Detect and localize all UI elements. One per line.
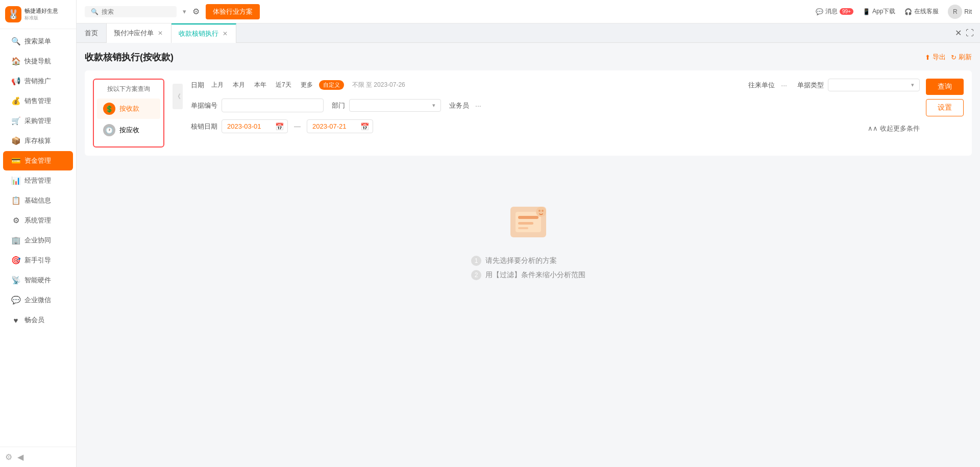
- close-all-button[interactable]: ✕: [955, 28, 962, 38]
- collapse-panel-button[interactable]: 《: [173, 84, 183, 109]
- tabbar: 首页 预付冲应付单 ✕ 收款核销执行 ✕ ✕ ⛶: [77, 23, 980, 43]
- filter-action-buttons: 查询 设置: [926, 79, 964, 148]
- sidebar-item-member[interactable]: ♥ 畅会员: [3, 310, 73, 330]
- date-this-year[interactable]: 本年: [251, 80, 270, 90]
- date-last-month[interactable]: 上月: [208, 80, 227, 90]
- online-service-button[interactable]: 🎧 在线客服: [904, 7, 939, 16]
- sidebar-item-wechat[interactable]: 💬 企业微信: [3, 290, 73, 310]
- tab-receipt-writeoff[interactable]: 收款核销执行 ✕: [172, 23, 236, 43]
- sidebar-menu: 🔍 搜索菜单 🏠 快捷导航 📢 营销推广 💰 销售管理 🛒 采购管理 📦 库存核…: [0, 29, 76, 447]
- settings-icon[interactable]: ⚙: [5, 452, 12, 462]
- content-area: 收款核销执行(按收款) ⬆ 导出 ↻ 刷新 按以下方案查询 💲 按收款: [77, 43, 980, 467]
- doc-no-field: 单据编号: [191, 99, 324, 112]
- system-icon: ⚙: [11, 216, 20, 225]
- receivable-icon: 🕐: [103, 124, 115, 136]
- tab-prepay-close[interactable]: ✕: [157, 22, 164, 44]
- expand-button[interactable]: ⛶: [966, 29, 974, 38]
- gear-icon[interactable]: ⚙: [192, 7, 200, 16]
- tab-prepay[interactable]: 预付冲应付单 ✕: [107, 23, 172, 43]
- page-title: 收款核销执行(按收款): [85, 51, 174, 63]
- dept-select[interactable]: ▾: [349, 99, 441, 112]
- app-badge: 标准版: [24, 15, 58, 21]
- counterparty-dots[interactable]: ···: [779, 81, 789, 89]
- date-range-divider: —: [292, 122, 303, 130]
- doc-type-select[interactable]: ▾: [828, 79, 920, 91]
- guide-icon: 🎯: [11, 256, 20, 265]
- operation-icon: 📊: [11, 176, 20, 185]
- tabbar-actions: ✕ ⛶: [955, 28, 980, 38]
- query-button[interactable]: 查询: [926, 79, 964, 95]
- topbar: 🔍 ▾ ⚙ 体验行业方案 💬 消息 99+ 📱 App下载 🎧 在线客服 R R…: [77, 0, 980, 23]
- empty-illustration: [498, 196, 559, 248]
- app-download-button[interactable]: 📱 App下载: [863, 7, 895, 16]
- sales-icon: 💰: [11, 96, 20, 106]
- calendar-start-icon[interactable]: 📅: [275, 122, 284, 131]
- message-icon: 💬: [816, 8, 823, 15]
- main-area: 🔍 ▾ ⚙ 体验行业方案 💬 消息 99+ 📱 App下载 🎧 在线客服 R R…: [77, 0, 980, 467]
- refresh-button[interactable]: ↻ 刷新: [951, 53, 972, 62]
- sidebar-bottom: ⚙ ◀: [0, 447, 76, 467]
- sidebar-item-basic[interactable]: 📋 基础信息: [3, 191, 73, 210]
- doc-type-label: 单据类型: [797, 81, 824, 90]
- filter-form: 日期 上月 本月 本年 近7天 更多 自定义 不限 至 2023-07-26: [191, 79, 920, 148]
- sidebar-item-finance[interactable]: 💳 资金管理: [3, 151, 73, 170]
- member-icon: ♥: [11, 316, 20, 325]
- tab-receipt-writeoff-close[interactable]: ✕: [222, 23, 229, 44]
- user-area[interactable]: R Rit: [948, 5, 972, 19]
- svg-point-5: [536, 207, 546, 217]
- tab-home[interactable]: 首页: [77, 23, 107, 43]
- collapse-more-button[interactable]: ∧∧ 收起更多条件: [868, 124, 920, 133]
- industry-solution-button[interactable]: 体验行业方案: [206, 4, 260, 19]
- wechat-icon: 💬: [11, 296, 20, 305]
- refresh-icon: ↻: [951, 54, 957, 61]
- sidebar-item-marketing[interactable]: 📢 营销推广: [3, 71, 73, 91]
- hint-num-2: 2: [471, 270, 481, 280]
- message-button[interactable]: 💬 消息 99+: [816, 7, 853, 16]
- svg-rect-2: [518, 216, 538, 219]
- collapse-icon: ∧∧: [868, 125, 878, 132]
- svg-point-6: [542, 210, 544, 212]
- sidebar-collapse-button[interactable]: ◀: [17, 452, 23, 462]
- marketing-icon: 📢: [11, 77, 20, 86]
- headset-icon: 🎧: [904, 8, 912, 15]
- inventory-icon: 📦: [11, 136, 20, 145]
- filter-option-by-receipt[interactable]: 💲 按收款: [97, 99, 160, 119]
- page-header: 收款核销执行(按收款) ⬆ 导出 ↻ 刷新: [85, 51, 972, 63]
- date-range-display: 不限 至 2023-07-26: [352, 81, 405, 89]
- sidebar-item-purchase[interactable]: 🛒 采购管理: [3, 111, 73, 131]
- search-input[interactable]: [102, 8, 168, 15]
- date-more[interactable]: 更多: [298, 80, 316, 90]
- logo-area: 🐰 畅捷通好生意 标准版: [0, 0, 76, 29]
- sidebar-item-inventory[interactable]: 📦 库存核算: [3, 131, 73, 151]
- chevron-down-icon: ▾: [432, 102, 435, 109]
- empty-hint-1: 1 请先选择要分析的方案: [471, 256, 585, 266]
- salesperson-dots[interactable]: ···: [473, 102, 483, 110]
- doc-no-input[interactable]: [222, 99, 324, 112]
- empty-hint-2: 2 用【过滤】条件来缩小分析范围: [471, 270, 585, 280]
- date-field: 日期 上月 本月 本年 近7天 更多 自定义 不限 至 2023-07-26: [191, 80, 405, 90]
- purchase-icon: 🛒: [11, 116, 20, 126]
- user-avatar: R: [948, 5, 962, 19]
- chevron-down-icon: ▾: [183, 8, 186, 15]
- export-button[interactable]: ⬆ 导出: [925, 53, 946, 62]
- sidebar-item-quicknav[interactable]: 🏠 快捷导航: [3, 52, 73, 71]
- counterparty-label: 往来单位: [748, 81, 775, 90]
- sidebar-item-hardware[interactable]: 📡 智能硬件: [3, 271, 73, 290]
- date-custom-tag[interactable]: 自定义: [319, 80, 344, 90]
- sidebar-item-sales[interactable]: 💰 销售管理: [3, 91, 73, 111]
- date-this-month[interactable]: 本月: [230, 80, 248, 90]
- sidebar-item-operation[interactable]: 📊 经营管理: [3, 171, 73, 190]
- calendar-end-icon[interactable]: 📅: [360, 122, 369, 131]
- filter-row-3: 核销日期 📅 — 📅 ∧∧: [191, 119, 920, 133]
- sidebar-item-coop[interactable]: 🏢 企业协同: [3, 231, 73, 250]
- date-7days[interactable]: 近7天: [273, 80, 295, 90]
- setting-button[interactable]: 设置: [926, 99, 964, 116]
- sidebar-item-guide[interactable]: 🎯 新手引导: [3, 251, 73, 270]
- sidebar-item-system[interactable]: ⚙ 系统管理: [3, 211, 73, 230]
- topbar-right: 💬 消息 99+ 📱 App下载 🎧 在线客服 R Rit: [816, 5, 972, 19]
- sidebar-item-search[interactable]: 🔍 搜索菜单: [3, 32, 73, 51]
- reconcile-date-label: 核销日期: [191, 122, 217, 131]
- hardware-icon: 📡: [11, 276, 20, 285]
- topbar-search-box[interactable]: 🔍: [85, 6, 177, 17]
- filter-option-by-receivable[interactable]: 🕐 按应收: [97, 120, 160, 140]
